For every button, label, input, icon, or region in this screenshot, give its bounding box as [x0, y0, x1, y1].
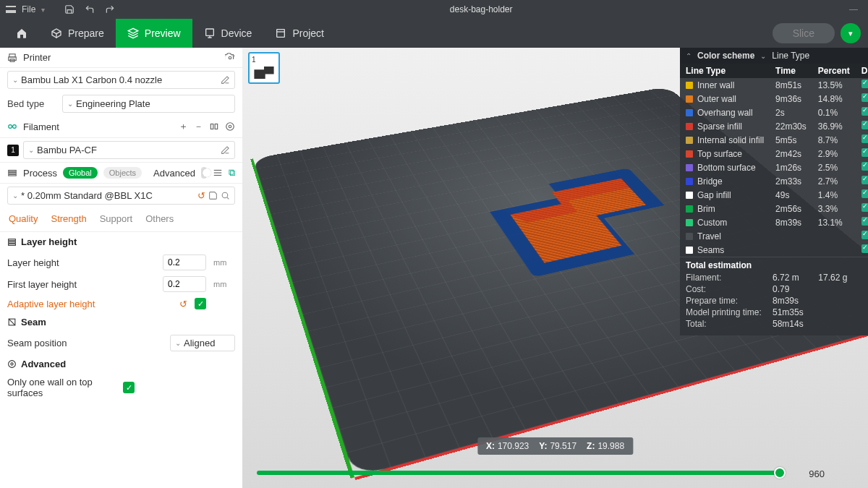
legend-visible-checkbox[interactable] — [861, 203, 868, 212]
hamburger-icon[interactable] — [6, 6, 16, 13]
y-axis — [250, 158, 354, 478]
color-scheme-value[interactable]: Line Type — [772, 51, 809, 61]
list-icon[interactable] — [213, 168, 223, 178]
param-layer-height-input[interactable] — [163, 254, 206, 270]
tab-preview[interactable]: Preview — [116, 19, 192, 48]
legend-row[interactable]: Sparse infill22m30s36.9% — [680, 119, 868, 133]
tab-strength[interactable]: Strength — [51, 213, 86, 227]
minus-icon[interactable]: － — [194, 120, 203, 133]
legend-visible-checkbox[interactable] — [861, 189, 868, 198]
plus-icon[interactable]: ＋ — [179, 120, 188, 133]
legend-visible-checkbox[interactable] — [861, 176, 868, 184]
param-first-layer-label: First layer height — [7, 279, 156, 290]
svg-point-8 — [9, 125, 12, 129]
process-preset-select[interactable]: ⌄ * 0.20mm Standard @BBL X1C ↺ — [7, 187, 235, 205]
legend-row[interactable]: Internal solid infill5m5s8.7% — [680, 133, 868, 147]
legend-visible-checkbox[interactable] — [861, 80, 868, 88]
svg-rect-10 — [210, 124, 213, 129]
reset-icon[interactable]: ↺ — [197, 190, 205, 201]
legend-visible-checkbox[interactable] — [861, 107, 868, 116]
filament-slot-chip[interactable]: 1 — [7, 145, 19, 156]
tab-home[interactable] — [4, 19, 39, 48]
chevron-down-icon: ⌄ — [175, 339, 181, 347]
gear-icon[interactable] — [225, 121, 235, 132]
param-seam-pos-select[interactable]: ⌄ Aligned — [170, 335, 235, 351]
svg-point-28 — [9, 361, 16, 368]
sync-icon[interactable] — [209, 121, 219, 132]
legend-row[interactable]: Seams — [680, 243, 868, 257]
param-first-layer-input[interactable] — [163, 276, 206, 292]
pill-objects[interactable]: Objects — [103, 167, 142, 179]
reset-icon[interactable]: ↺ — [179, 299, 187, 309]
legend-row[interactable]: Overhang wall2s0.1% — [680, 106, 868, 119]
legend-row[interactable]: Custom8m39s13.1% — [680, 215, 868, 229]
svg-rect-15 — [9, 172, 17, 174]
group-advanced: Advanced — [0, 354, 242, 374]
file-menu[interactable]: File — [22, 4, 35, 14]
minimize-icon[interactable]: — — [839, 4, 868, 14]
chevron-down-icon: ⌄ — [12, 76, 18, 84]
tab-quality[interactable]: Quality — [9, 213, 38, 227]
legend-row[interactable]: Outer wall9m36s14.8% — [680, 92, 868, 106]
compare-icon[interactable]: ⧉ — [229, 167, 235, 179]
save-icon[interactable] — [62, 2, 77, 17]
group-layer-height: Layer height — [0, 232, 242, 252]
edit-icon[interactable] — [221, 145, 230, 155]
legend-row[interactable]: Inner wall8m51s13.5% — [680, 78, 868, 92]
legend-row[interactable]: Brim2m56s3.3% — [680, 202, 868, 215]
redo-icon[interactable] — [103, 2, 117, 17]
filament-select[interactable]: ⌄ Bambu PA-CF — [23, 141, 235, 159]
tab-device[interactable]: Device — [192, 19, 264, 48]
legend-visible-checkbox[interactable] — [861, 244, 868, 253]
legend-visible-checkbox[interactable] — [861, 217, 868, 226]
tab-support[interactable]: Support — [100, 213, 133, 227]
legend-swatch — [686, 192, 693, 199]
group-seam: Seam — [0, 312, 242, 332]
tab-others[interactable]: Others — [145, 213, 174, 227]
legend-row[interactable]: Travel — [680, 229, 868, 243]
legend-row[interactable]: Bottom surface1m26s2.5% — [680, 160, 868, 174]
chevron-down-icon[interactable]: ⌄ — [760, 52, 766, 60]
legend-visible-checkbox[interactable] — [861, 148, 868, 157]
advanced-toggle[interactable] — [201, 167, 207, 179]
pill-global[interactable]: Global — [63, 167, 98, 179]
legend-swatch — [686, 219, 693, 226]
printer-select[interactable]: ⌄ Bambu Lab X1 Carbon 0.4 nozzle — [7, 71, 235, 89]
viewport-3d[interactable]: 1 X:170.923 Y:79.517 Z:19.988 960 ⌃ C — [242, 48, 868, 488]
undo-icon[interactable] — [82, 2, 97, 17]
plate-thumbnail[interactable]: 1 — [248, 52, 280, 84]
legend-visible-checkbox[interactable] — [861, 134, 868, 143]
legend-row[interactable]: Top surface2m42s2.9% — [680, 147, 868, 160]
chevron-down-icon[interactable]: ▾ — [41, 6, 45, 14]
legend-visible-checkbox[interactable] — [861, 231, 868, 239]
svg-point-9 — [13, 125, 17, 129]
filament-value: Bambu PA-CF — [37, 145, 97, 155]
unit-mm: mm — [213, 258, 235, 267]
bedtype-select[interactable]: ⌄ Engineering Plate — [62, 95, 235, 113]
tab-project[interactable]: Project — [263, 19, 336, 48]
search-icon[interactable] — [221, 191, 230, 200]
param-adaptive-checkbox[interactable]: ✓ — [195, 298, 206, 309]
chevron-down-icon: ⌄ — [28, 146, 34, 154]
param-one-wall-checkbox[interactable]: ✓ — [123, 382, 135, 393]
edit-icon[interactable] — [221, 75, 230, 85]
tab-prepare[interactable]: Prepare — [39, 19, 116, 48]
printer-icon — [7, 53, 17, 63]
save-icon[interactable] — [208, 191, 218, 200]
slice-button[interactable]: Slice — [773, 23, 835, 43]
legend-swatch — [686, 178, 693, 185]
legend-visible-checkbox[interactable] — [861, 93, 868, 102]
collapse-icon[interactable]: ⌃ — [686, 52, 692, 60]
svg-point-7 — [229, 56, 231, 59]
filament-label: Filament — [23, 121, 173, 132]
svg-point-12 — [229, 125, 231, 128]
legend-visible-checkbox[interactable] — [861, 162, 868, 171]
legend-visible-checkbox[interactable] — [861, 121, 868, 129]
legend-row[interactable]: Gap infill49s1.4% — [680, 188, 868, 202]
sliced-model — [492, 174, 684, 269]
slice-dropdown[interactable]: ▾ — [841, 23, 861, 43]
legend-row[interactable]: Bridge2m33s2.7% — [680, 174, 868, 188]
layer-slider-knob[interactable] — [774, 467, 786, 479]
gear-icon[interactable] — [225, 53, 235, 63]
layer-slider[interactable] — [257, 471, 781, 475]
